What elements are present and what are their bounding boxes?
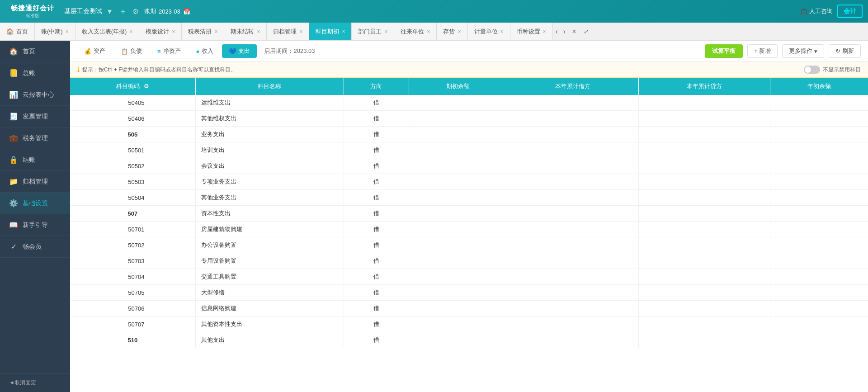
tab-close-all[interactable]: × <box>568 23 580 41</box>
add-company-icon[interactable]: ＋ <box>119 6 127 17</box>
table-row[interactable]: 507资本性支出借 <box>70 206 868 222</box>
cell-direction: 借 <box>344 142 409 158</box>
table-row[interactable]: 50704交通工具购置借 <box>70 269 868 285</box>
table-row[interactable]: 50702办公设备购置借 <box>70 237 868 253</box>
tab-home[interactable]: 🏠 首页 <box>0 23 35 41</box>
tab-unit-measure-close[interactable]: × <box>500 28 504 35</box>
sidebar-item-settings[interactable]: ⚙️ 基础设置 <box>0 193 70 214</box>
col-direction: 方向 <box>344 78 409 95</box>
tab-currency-close[interactable]: × <box>543 28 546 35</box>
table-row[interactable]: 505业务支出借 <box>70 127 868 142</box>
table-row[interactable]: 510其他支出借 <box>70 332 868 348</box>
tab-tax-table-close[interactable]: × <box>214 28 217 35</box>
period-info: 账期 2023-03 📅 <box>144 7 190 15</box>
col-code-settings-icon[interactable]: ⚙ <box>144 83 149 90</box>
table-row[interactable]: 50707其他资本性支出借 <box>70 316 868 332</box>
cell-name: 房屋建筑物购建 <box>195 222 344 237</box>
table-row[interactable]: 50703专用设备购置借 <box>70 253 868 269</box>
tab-currency[interactable]: 币种设置 × <box>510 23 553 41</box>
sidebar-close-label: 结账 <box>23 156 35 164</box>
tab-archive-label: 归档管理 <box>273 28 297 36</box>
sub-tab-expense[interactable]: 💙 支出 <box>222 44 257 58</box>
main-layout: 🏠 首页 📒 总账 📊 云报表中心 🧾 发票管理 💼 税务管理 🔒 结账 📁 归… <box>0 41 868 392</box>
table-row[interactable]: 50501培训支出借 <box>70 142 868 158</box>
sub-tab-liability-label: 负债 <box>130 47 142 55</box>
sub-tab-liability[interactable]: 📋 负债 <box>114 44 149 58</box>
toggle-disable-subject[interactable]: 不显示禁用科目 <box>804 66 861 74</box>
add-new-button[interactable]: + 新增 <box>747 44 778 58</box>
sidebar-collapse[interactable]: ◄取消固定 <box>0 373 70 392</box>
toggle-thumb <box>805 66 811 73</box>
report-sidebar-icon: 📊 <box>9 90 18 99</box>
table-row[interactable]: 50405运维维支出借 <box>70 95 868 111</box>
sub-tab-equity[interactable]: ≡ 净资产 <box>151 44 188 58</box>
ai-consult-button[interactable]: 🎧 人工咨询 <box>800 7 833 15</box>
cell-direction: 借 <box>344 269 409 285</box>
sub-tab-asset[interactable]: 💰 资产 <box>77 44 112 58</box>
tab-template-design[interactable]: 模版设计 × <box>139 23 182 41</box>
cell-code: 50503 <box>70 174 195 190</box>
sidebar-item-member[interactable]: ✓ 畅会员 <box>0 236 70 258</box>
cell-init-balance <box>409 127 507 142</box>
tab-nav-right[interactable]: › <box>561 23 568 41</box>
settings-gear-icon[interactable]: ⚙ <box>132 7 139 16</box>
calendar-icon[interactable]: 📅 <box>183 8 190 15</box>
cell-direction: 借 <box>344 127 409 142</box>
tab-counterpart[interactable]: 往来单位 × <box>394 23 437 41</box>
cell-ytd-debit <box>507 158 639 174</box>
sidebar-item-ledger[interactable]: 📒 总账 <box>0 62 70 84</box>
data-table-wrapper: 科目编码 ⚙ 科目名称 方向 期初余额 本年累计借方 本年累计贷方 年初余额 5… <box>70 78 868 392</box>
kuaiji-button[interactable]: 会计 <box>837 5 863 18</box>
tab-unit-measure[interactable]: 计量单位 × <box>468 23 510 41</box>
sidebar-item-invoice[interactable]: 🧾 发票管理 <box>0 106 70 128</box>
sidebar-item-report[interactable]: 📊 云报表中心 <box>0 84 70 106</box>
dropdown-icon[interactable]: ▾ <box>108 6 112 16</box>
more-ops-button[interactable]: 更多操作 ▾ <box>782 44 824 58</box>
table-row[interactable]: 50705大型修缮借 <box>70 285 868 301</box>
sidebar-item-home[interactable]: 🏠 首页 <box>0 41 70 62</box>
sidebar-item-guide[interactable]: 📖 新手引导 <box>0 214 70 236</box>
cell-ytd-credit <box>639 127 770 142</box>
tab-period-close[interactable]: 期末结转 × <box>224 23 267 41</box>
tab-inventory-close[interactable]: × <box>458 28 461 35</box>
table-row[interactable]: 50701房屋建筑物购建借 <box>70 222 868 237</box>
tab-nav-left[interactable]: ‹ <box>553 23 561 41</box>
cell-ytd-credit <box>639 237 770 253</box>
sub-tab-income[interactable]: ● 收入 <box>189 44 221 58</box>
sidebar-item-close[interactable]: 🔒 结账 <box>0 149 70 171</box>
tab-income-report-close[interactable]: × <box>129 28 132 35</box>
sidebar-item-archive[interactable]: 📁 归档管理 <box>0 171 70 193</box>
table-row[interactable]: 50406其他维权支出借 <box>70 111 868 127</box>
tab-inventory[interactable]: 存货 × <box>437 23 467 41</box>
tab-ledger-mid[interactable]: 账(中期) × <box>35 23 75 41</box>
tab-dept-staff-close[interactable]: × <box>384 28 387 35</box>
tab-subject-init[interactable]: 科目期初 × <box>309 23 352 41</box>
col-year-init: 年初余额 <box>770 78 868 95</box>
tab-expand[interactable]: ⤢ <box>580 23 592 41</box>
toggle-track[interactable] <box>804 66 820 74</box>
table-row[interactable]: 50503专项业务支出借 <box>70 174 868 190</box>
content-area: 💰 资产 📋 负债 ≡ 净资产 ● 收入 💙 支出 启用期间：2023.03 试… <box>70 41 868 392</box>
refresh-button[interactable]: ↻ 刷新 <box>829 44 861 58</box>
calc-balance-button[interactable]: 试算平衡 <box>705 44 743 58</box>
more-ops-label: 更多操作 <box>789 47 812 55</box>
tab-subject-init-close[interactable]: × <box>342 28 345 35</box>
tab-period-close-close[interactable]: × <box>257 28 260 35</box>
table-row[interactable]: 50706信息网络购建借 <box>70 301 868 316</box>
table-row[interactable]: 50502会议支出借 <box>70 158 868 174</box>
tab-income-report[interactable]: 收入支出表(年报) × <box>75 23 140 41</box>
tab-template-design-close[interactable]: × <box>172 28 175 35</box>
cell-year-init <box>770 222 868 237</box>
tab-tax-table[interactable]: 税表清册 × <box>182 23 224 41</box>
tab-dept-staff[interactable]: 部门员工 × <box>352 23 394 41</box>
cell-direction: 借 <box>344 158 409 174</box>
tab-archive-close[interactable]: × <box>299 28 302 35</box>
cell-year-init <box>770 301 868 316</box>
sidebar-item-tax[interactable]: 💼 税务管理 <box>0 128 70 149</box>
tab-ledger-mid-close[interactable]: × <box>66 28 69 35</box>
col-name: 科目名称 <box>195 78 344 95</box>
table-row[interactable]: 50504其他业务支出借 <box>70 190 868 206</box>
tab-counterpart-close[interactable]: × <box>427 28 430 35</box>
tab-counterpart-label: 往来单位 <box>401 28 424 36</box>
tab-archive[interactable]: 归档管理 × <box>267 23 309 41</box>
